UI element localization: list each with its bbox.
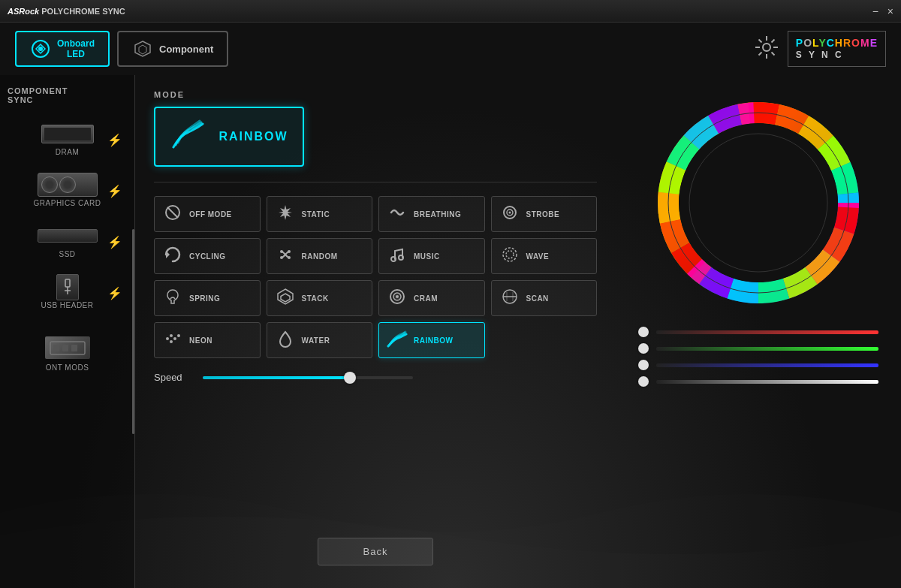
static-label: STATIC <box>302 210 330 219</box>
sidebar-item-dram[interactable]: DRAM ⚡ <box>8 116 127 163</box>
nav-tabs: Onboard LED Component <box>15 31 228 67</box>
stack-icon <box>275 288 296 309</box>
tab-component-label: Component <box>159 44 213 55</box>
app-logo: ASRock POLYCHROME SYNC <box>8 7 125 16</box>
gpu-shape <box>38 173 98 197</box>
mode-btn-water[interactable]: WATER <box>267 322 373 358</box>
breathing-icon <box>387 204 408 225</box>
wave-label: WAVE <box>526 252 550 261</box>
brightness-slider-row <box>638 376 878 387</box>
cram-icon <box>387 288 408 309</box>
sidebar-title: COMPONENTSYNC <box>8 86 127 104</box>
usb-shape <box>56 274 79 300</box>
tab-onboard-led[interactable]: Onboard LED <box>15 31 110 67</box>
svg-point-32 <box>399 255 403 260</box>
blue-slider-track[interactable] <box>656 363 878 367</box>
mode-btn-music[interactable]: MUSIC <box>378 238 485 274</box>
mode-btn-cram[interactable]: CRAM <box>378 280 485 316</box>
mode-btn-neon[interactable]: NEON <box>154 322 261 358</box>
main-panel: MODE RAINBOW <box>135 75 616 588</box>
mode-btn-scan[interactable]: SCAN <box>491 280 598 316</box>
back-btn-container: Back <box>154 538 597 573</box>
dram-chip <box>41 125 94 143</box>
svg-line-22 <box>167 207 178 218</box>
brightness-slider-track[interactable] <box>656 380 878 384</box>
tab-component[interactable]: Component <box>117 31 228 67</box>
scan-label: SCAN <box>526 294 549 303</box>
music-label: MUSIC <box>414 252 440 261</box>
mode-btn-strobe[interactable]: STROBE <box>491 196 598 232</box>
breathing-label: BREATHING <box>414 210 461 219</box>
green-slider-handle[interactable] <box>638 343 649 354</box>
title-bar: ASRock POLYCHROME SYNC − × <box>0 0 901 23</box>
speed-row: Speed <box>154 372 597 383</box>
sidebar-item-graphics-card[interactable]: Graphics Card ⚡ <box>8 167 127 214</box>
svg-point-28 <box>280 256 283 259</box>
mode-btn-off-mode[interactable]: OFF MODE <box>154 196 261 232</box>
mode-btn-static[interactable]: STATIC <box>267 196 373 232</box>
svg-rect-19 <box>62 345 68 351</box>
speed-label: Speed <box>154 372 191 383</box>
minimize-button[interactable]: − <box>872 5 878 17</box>
off-mode-label: OFF MODE <box>189 210 232 219</box>
mode-btn-spring[interactable]: SPRING <box>154 280 261 316</box>
speed-slider-track[interactable] <box>203 376 413 379</box>
mode-btn-random[interactable]: RANDOM <box>267 238 373 274</box>
red-slider-handle[interactable] <box>638 327 649 337</box>
ont-mods-icon <box>45 336 90 359</box>
spring-label: SPRING <box>189 294 220 303</box>
content-area: COMPONENTSYNC DRAM ⚡ Graphics Card ⚡ <box>0 75 901 588</box>
graphics-card-label: Graphics Card <box>34 199 101 207</box>
onboard-led-icon <box>30 38 51 59</box>
mode-btn-wave[interactable]: WAVE <box>491 238 598 274</box>
mode-btn-rainbow[interactable]: RAINBOW <box>378 322 485 358</box>
mode-btn-breathing[interactable]: BREATHING <box>378 196 485 232</box>
svg-point-2 <box>38 47 43 51</box>
app-body: Onboard LED Component <box>0 23 901 588</box>
sidebar: COMPONENTSYNC DRAM ⚡ Graphics Card ⚡ <box>0 75 135 588</box>
off-mode-icon <box>162 204 183 225</box>
sidebar-item-ssd[interactable]: SSD ⚡ <box>8 218 127 265</box>
green-slider-track[interactable] <box>656 347 878 351</box>
neon-label: NEON <box>189 336 212 345</box>
mode-section-label: MODE <box>154 90 597 99</box>
settings-button[interactable] <box>753 34 780 64</box>
title-bar-controls: − × <box>872 5 893 17</box>
strobe-icon <box>499 204 520 225</box>
ssd-link-icon: ⚡ <box>107 234 122 249</box>
close-button[interactable]: × <box>887 5 893 17</box>
color-sliders <box>631 327 886 387</box>
ssd-shape <box>38 229 98 243</box>
svg-point-45 <box>170 340 173 343</box>
color-wheel-container[interactable] <box>653 98 863 308</box>
mode-grid: OFF MODE STATIC BREATHING <box>154 196 597 358</box>
svg-point-43 <box>170 334 173 337</box>
blue-slider-handle[interactable] <box>638 360 649 370</box>
brightness-slider-handle[interactable] <box>638 376 649 387</box>
back-button[interactable]: Back <box>318 538 434 565</box>
ont-mods-label: Ont Mods <box>46 363 89 372</box>
mode-btn-cycling[interactable]: CYCLING <box>154 238 261 274</box>
sidebar-scrollbar[interactable] <box>132 229 134 434</box>
spring-icon <box>162 288 183 309</box>
svg-marker-26 <box>166 251 170 258</box>
usb-header-label: USB Header <box>41 301 93 309</box>
svg-point-34 <box>506 251 514 258</box>
mode-btn-stack[interactable]: STACK <box>267 280 373 316</box>
strobe-label: STROBE <box>526 210 560 219</box>
dram-label: DRAM <box>56 148 79 156</box>
selected-mode-icon <box>170 119 207 155</box>
neon-icon <box>162 330 183 351</box>
svg-marker-4 <box>139 45 146 54</box>
red-slider-track[interactable] <box>656 330 878 334</box>
tab-onboard-label: Onboard LED <box>57 38 95 59</box>
svg-line-10 <box>758 40 761 43</box>
sidebar-item-usb-header[interactable]: USB Header ⚡ <box>8 269 127 316</box>
usb-link-icon: ⚡ <box>107 285 122 300</box>
speed-slider-thumb[interactable] <box>344 372 356 384</box>
music-icon <box>387 246 408 267</box>
static-icon <box>275 204 296 225</box>
right-panel <box>616 75 901 588</box>
stack-label: STACK <box>302 294 329 303</box>
sidebar-item-ont-mods[interactable]: Ont Mods <box>8 331 127 378</box>
